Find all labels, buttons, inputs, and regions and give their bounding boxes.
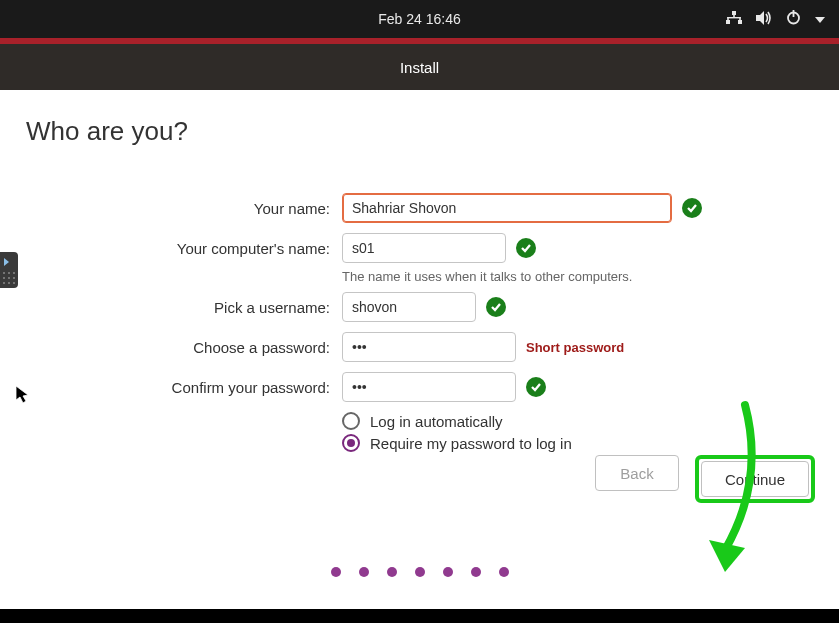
confirm-password-input[interactable]	[342, 372, 516, 402]
page-title: Who are you?	[26, 116, 815, 147]
svg-rect-9	[793, 10, 795, 17]
svg-rect-5	[727, 17, 729, 20]
radio-icon	[342, 434, 360, 452]
system-top-bar: Feb 24 16:46	[0, 0, 839, 38]
radio-require-password[interactable]: Require my password to log in	[342, 434, 815, 452]
chevron-down-icon[interactable]	[815, 11, 825, 27]
svg-marker-11	[709, 540, 745, 572]
check-icon	[486, 297, 506, 317]
check-icon	[516, 238, 536, 258]
system-indicators[interactable]	[726, 10, 825, 28]
username-input[interactable]	[342, 292, 476, 322]
svg-rect-2	[738, 20, 742, 24]
dot	[359, 567, 369, 577]
installer-page: Who are you? Your name: Your computer's …	[0, 90, 839, 609]
radio-label: Require my password to log in	[370, 435, 572, 452]
network-icon[interactable]	[726, 11, 742, 28]
dot	[499, 567, 509, 577]
dot	[471, 567, 481, 577]
svg-marker-10	[815, 17, 825, 23]
window-title: Install	[400, 59, 439, 76]
cursor-icon	[16, 386, 30, 404]
label-username: Pick a username:	[24, 299, 342, 316]
radio-label: Log in automatically	[370, 413, 503, 430]
dot	[387, 567, 397, 577]
window-title-bar: Install	[0, 44, 839, 90]
check-icon	[682, 198, 702, 218]
back-button[interactable]: Back	[595, 455, 679, 491]
svg-rect-0	[732, 11, 736, 15]
computer-hint: The name it uses when it talks to other …	[342, 269, 815, 284]
radio-auto-login[interactable]: Log in automatically	[342, 412, 815, 430]
name-input[interactable]	[342, 193, 672, 223]
svg-rect-6	[739, 17, 741, 20]
password-input[interactable]	[342, 332, 516, 362]
progress-dots	[331, 567, 509, 577]
wizard-buttons: Back Continue	[595, 455, 815, 503]
label-computer: Your computer's name:	[24, 240, 342, 257]
dot	[331, 567, 341, 577]
continue-button[interactable]: Continue	[701, 461, 809, 497]
label-name: Your name:	[24, 200, 342, 217]
svg-marker-7	[756, 11, 764, 25]
svg-marker-12	[16, 386, 28, 403]
password-strength: Short password	[526, 340, 624, 355]
radio-icon	[342, 412, 360, 430]
svg-rect-1	[726, 20, 730, 24]
computer-name-input[interactable]	[342, 233, 506, 263]
sound-icon[interactable]	[756, 11, 772, 28]
dock-reveal[interactable]	[0, 252, 18, 288]
dot	[443, 567, 453, 577]
power-icon[interactable]	[786, 10, 801, 28]
continue-highlight: Continue	[695, 455, 815, 503]
clock: Feb 24 16:46	[378, 11, 461, 27]
user-form: Your name: Your computer's name: The nam…	[24, 193, 815, 452]
check-icon	[526, 377, 546, 397]
svg-rect-4	[727, 17, 741, 18]
dot	[415, 567, 425, 577]
label-password: Choose a password:	[24, 339, 342, 356]
label-confirm: Confirm your password:	[24, 379, 342, 396]
